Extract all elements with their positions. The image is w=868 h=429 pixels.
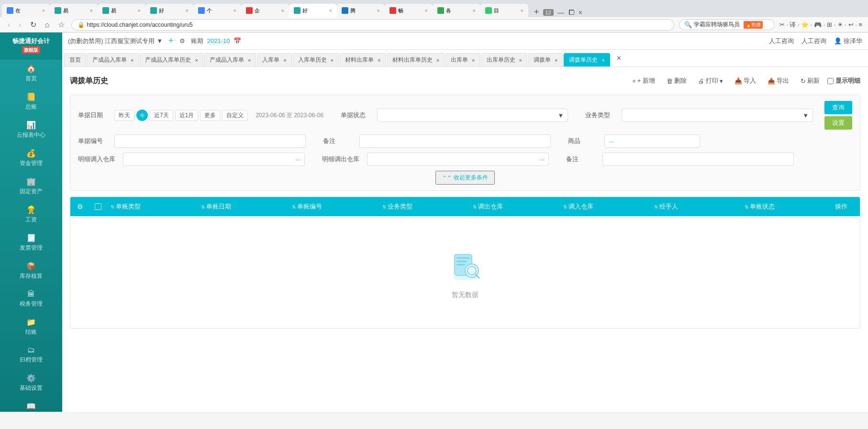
tab-close-7[interactable]: × <box>377 8 380 13</box>
nav-back-btn[interactable]: ‹ <box>6 20 12 30</box>
new-tab-btn[interactable]: + <box>534 7 539 17</box>
sidebar-item-tax[interactable]: 🏛 税务管理 <box>0 285 62 313</box>
tab-close-4[interactable]: × <box>234 8 236 13</box>
th-bill-date[interactable]: ⇅ 单账日期 <box>197 202 288 211</box>
browser-tab-6[interactable]: 好 × <box>289 4 337 17</box>
sidebar-item-closing[interactable]: 📁 结账 <box>0 313 62 341</box>
app-tab-diaobo[interactable]: 调拨单 × <box>528 53 563 66</box>
tab-close-8[interactable]: × <box>425 8 428 13</box>
tab-close-1[interactable]: × <box>90 8 93 13</box>
browser-tab-0[interactable]: 在 × <box>2 4 50 17</box>
from-wh-input[interactable] <box>127 156 295 163</box>
sidebar-item-guide[interactable]: 📖 新手引导 <box>0 397 62 412</box>
refresh-btn[interactable]: ↻ 刷新 <box>797 75 823 87</box>
period-selector[interactable]: 账期 2021-10 📅 <box>191 37 242 45</box>
remark2-input[interactable] <box>602 153 794 166</box>
browser-tab-3[interactable]: 好 × <box>145 4 193 17</box>
tab-close-2[interactable]: × <box>138 8 141 13</box>
add-company-btn[interactable]: + <box>168 36 174 46</box>
tab-close-chuku-history[interactable]: × <box>519 57 522 63</box>
browser-tab-8[interactable]: 畅 × <box>385 4 433 17</box>
nav-bookmark-btn[interactable]: ☆ <box>56 19 67 30</box>
search-bar[interactable]: 🔍 学霸应聘场驱鸟员 🔥热搜 <box>679 19 775 30</box>
remark-input[interactable] <box>359 134 551 148</box>
th-bill-no[interactable]: ⇅ 单账编号 <box>288 202 378 211</box>
tab-close-chanpin-ruku[interactable]: × <box>131 57 134 63</box>
th-biz-type[interactable]: ⇅ 业务类型 <box>378 202 469 211</box>
settings-gear-btn[interactable]: ⚙ <box>179 37 185 44</box>
close-all-tabs-btn[interactable]: × <box>613 54 625 63</box>
browser-tab-5[interactable]: 企 × <box>241 4 289 17</box>
bill-no-input[interactable] <box>114 134 306 148</box>
browser-tab-2[interactable]: 易 × <box>98 4 145 17</box>
app-tab-chuku[interactable]: 出库单 × <box>445 53 480 66</box>
browser-tab-9[interactable]: 各 × <box>433 4 480 17</box>
th-bill-type[interactable]: ⇅ 单账类型 <box>107 202 197 211</box>
filter-settings-btn[interactable]: 设置 <box>824 116 852 130</box>
tab-close-cailiao-chuku-history[interactable]: × <box>436 57 439 63</box>
sidebar-item-archive[interactable]: 🗂 归档管理 <box>0 341 62 369</box>
nav-home-btn[interactable]: ⌂ <box>43 20 52 30</box>
tab-close-diaobo-history[interactable]: × <box>601 57 604 63</box>
tab-close-ruku-history[interactable]: × <box>331 57 334 63</box>
tab-close-chuku[interactable]: × <box>472 57 475 63</box>
date-btn-7days[interactable]: 近7天 <box>150 110 173 121</box>
tab-close-9[interactable]: × <box>473 8 476 13</box>
display-toggle[interactable]: 显示明细 <box>827 77 860 85</box>
nav-forward-btn[interactable]: › <box>17 20 23 30</box>
biz-type-select[interactable]: ▼ <box>622 109 813 122</box>
th-handler[interactable]: ⇅ 经手人 <box>650 202 741 211</box>
th-from-wh[interactable]: ⇅ 调出仓库 <box>469 202 559 211</box>
date-btn-custom[interactable]: 自定义 <box>222 110 248 121</box>
address-input[interactable]: 🔒 https://cloud.chanjet.com/accounting/u… <box>71 19 674 31</box>
sidebar-item-settings[interactable]: ⚙️ 基础设置 <box>0 369 62 397</box>
app-tab-cailiao-chuku[interactable]: 材料出库单 × <box>340 53 386 66</box>
sidebar-item-ledger[interactable]: 📒 总账 <box>0 88 62 116</box>
user-menu[interactable]: 👤 徐泽华 <box>834 37 862 45</box>
th-settings[interactable]: ⚙ <box>70 203 89 210</box>
display-checkbox[interactable] <box>827 78 834 84</box>
collapse-btn[interactable]: ⌃⌃ 收起更多条件 <box>435 171 495 185</box>
browser-tab-10[interactable]: 目 × <box>480 4 528 17</box>
window-minimize-btn[interactable]: — <box>557 9 564 16</box>
browser-tab-1[interactable]: 易 × <box>50 4 98 17</box>
select-all-checkbox[interactable] <box>95 203 101 210</box>
tab-close-10[interactable]: × <box>521 8 523 13</box>
app-tab-chuku-history[interactable]: 出库单历史 × <box>481 53 527 66</box>
tab-close-chanpin-ruku-history[interactable]: × <box>195 57 198 63</box>
sidebar-item-assets[interactable]: 🏢 固定资产 <box>0 172 62 200</box>
app-tab-chanpin-ruku2[interactable]: 产成品入库单 × <box>204 53 256 66</box>
tab-close-0[interactable]: × <box>42 8 45 13</box>
browser-tab-7[interactable]: 腾 × <box>337 4 385 17</box>
tab-close-diaobo[interactable]: × <box>555 57 557 63</box>
goods-input-container[interactable]: ··· <box>604 134 700 148</box>
date-btn-more[interactable]: 更多 <box>200 110 220 121</box>
print-btn[interactable]: 🖨 打印 ▾ <box>694 75 727 87</box>
delete-btn[interactable]: 🗑 删除 <box>663 75 690 87</box>
sidebar-item-reports[interactable]: 📊 云报表中心 <box>0 116 62 144</box>
export-btn[interactable]: 📤 导出 <box>764 75 793 87</box>
th-checkbox[interactable] <box>89 203 107 210</box>
window-maximize-btn[interactable]: ⧠ <box>568 9 575 16</box>
nav-refresh-btn[interactable]: ↻ <box>28 19 38 30</box>
sidebar-item-salary[interactable]: 👷 工资 <box>0 200 62 229</box>
to-wh-input[interactable] <box>371 156 539 163</box>
from-wh-input-container[interactable]: ··· <box>123 153 305 166</box>
app-tab-chanpin-ruku-history[interactable]: 产成品入库单历史 × <box>140 53 203 66</box>
sidebar-item-funds[interactable]: 💰 资金管理 <box>0 144 62 172</box>
tab-close-3[interactable]: × <box>186 8 189 13</box>
app-tab-cailiao-chuku-history[interactable]: 材料出库单历史 × <box>387 53 445 66</box>
new-btn[interactable]: + + 新增 <box>628 75 659 87</box>
tab-close-5[interactable]: × <box>281 8 284 13</box>
import-btn[interactable]: 📥 导入 <box>731 75 760 87</box>
service-label[interactable]: 人工咨询 <box>801 37 826 45</box>
to-wh-input-container[interactable]: ··· <box>367 153 549 166</box>
tab-close-chanpin-ruku2[interactable]: × <box>248 57 251 63</box>
tab-close-cailiao-chuku[interactable]: × <box>378 57 380 63</box>
sidebar-item-invoice[interactable]: 🧾 发票管理 <box>0 229 62 257</box>
tab-close-6[interactable]: × <box>329 8 332 13</box>
app-tab-ruku-history[interactable]: 入库单历史 × <box>293 53 339 66</box>
browser-tab-4[interactable]: 个 × <box>193 4 241 17</box>
sidebar-item-home[interactable]: 🏠 首页 <box>0 59 62 88</box>
th-bill-status[interactable]: ⇅ 单账状态 <box>741 202 831 211</box>
